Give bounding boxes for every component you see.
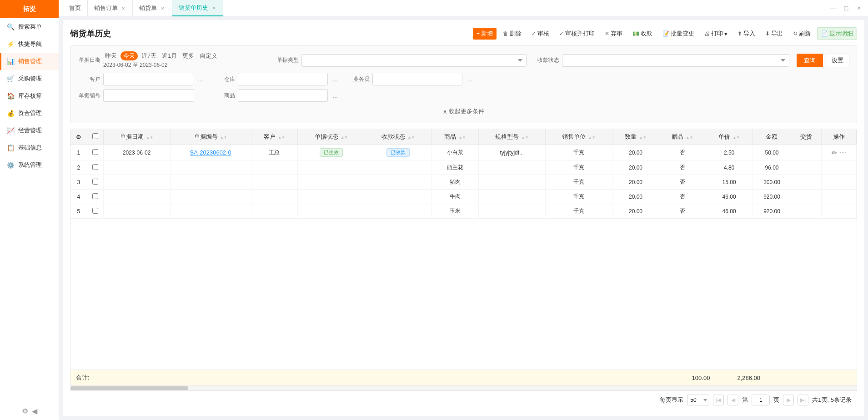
sidebar-item-inventory-calc[interactable]: 🏠 库存核算 — [0, 87, 59, 105]
audit-print-btn[interactable]: ✓ 审核并打印 — [556, 28, 598, 40]
col-spec-type[interactable]: 规格型号 ▲▼ — [478, 129, 545, 145]
row-select-checkbox[interactable] — [92, 149, 98, 155]
col-unit-price[interactable]: 单价 ▲▼ — [706, 129, 753, 145]
export-label: 导出 — [771, 30, 783, 38]
sidebar-item-purchase-mgmt[interactable]: 🛒 采购管理 — [0, 70, 59, 87]
row-select-checkbox[interactable] — [92, 208, 98, 214]
row-select-checkbox[interactable] — [92, 179, 98, 185]
date-7days[interactable]: 近7天 — [140, 51, 158, 60]
col-collect-status[interactable]: 收款状态 ▲▼ — [365, 129, 431, 145]
delete-btn[interactable]: 🗑 删除 — [499, 28, 525, 40]
collect-btn[interactable]: 💵 收款 — [629, 28, 656, 40]
row-checkbox[interactable] — [87, 160, 103, 175]
refresh-btn[interactable]: ↻ 刷新 — [789, 28, 814, 40]
tab-sales-goods[interactable]: 销货单 × — [133, 0, 172, 16]
col-customer[interactable]: 客户 ▲▼ — [251, 129, 298, 145]
salesperson-input[interactable] — [372, 73, 462, 85]
sidebar-item-basic-info[interactable]: 📋 基础信息 — [0, 139, 59, 156]
sidebar-settings-btn[interactable]: ⚙ — [22, 407, 28, 415]
col-checkbox[interactable] — [87, 129, 103, 145]
col-doc-number[interactable]: 单据编号 ▲▼ — [170, 129, 251, 145]
sort-icon-goods: ▲▼ — [458, 136, 466, 140]
export-btn[interactable]: ⬇ 导出 — [762, 28, 787, 40]
close-btn[interactable]: × — [853, 3, 864, 14]
date-today[interactable]: 今天 — [120, 51, 138, 60]
date-more[interactable]: 更多 — [181, 51, 196, 60]
tab-sales-order-close[interactable]: × — [120, 5, 126, 11]
edit-icon[interactable]: ✏ — [832, 149, 837, 156]
abandon-label: 弃审 — [611, 30, 622, 38]
tab-home[interactable]: 首页 — [63, 0, 88, 16]
tab-sales-goods-close[interactable]: × — [160, 5, 165, 11]
doc-number-link[interactable]: SA-20230602-0 — [190, 149, 231, 156]
date-1month[interactable]: 近1月 — [160, 51, 179, 60]
col-doc-status[interactable]: 单据状态 ▲▼ — [298, 129, 365, 145]
set-btn[interactable]: 设置 — [826, 54, 849, 67]
scrollbar-area[interactable] — [70, 386, 857, 390]
date-yesterday[interactable]: 昨天 — [103, 51, 119, 60]
print-btn[interactable]: 🖨 打印 ▾ — [701, 28, 731, 40]
tab-sales-history-close[interactable]: × — [211, 5, 216, 11]
col-sales-unit[interactable]: 销售单位 ▲▼ — [545, 129, 612, 145]
tab-sales-history[interactable]: 销货单历史 × — [172, 0, 223, 16]
col-amount[interactable]: 金额 — [753, 129, 791, 145]
sidebar-item-sales-mgmt[interactable]: 📊 销售管理 — [0, 53, 59, 70]
query-btn[interactable]: 查询 — [797, 54, 823, 67]
row-checkbox[interactable] — [87, 190, 103, 204]
more-icon[interactable]: ⋯ — [840, 149, 846, 156]
row-checkbox[interactable] — [87, 175, 103, 190]
col-doc-date[interactable]: 单据日期 ▲▼ — [103, 129, 170, 145]
warehouse-ellipsis[interactable]: ... — [331, 75, 340, 83]
sidebar-item-search-menu[interactable]: 🔍 搜索菜单 — [0, 18, 59, 35]
minimize-btn[interactable]: — — [828, 3, 839, 14]
col-transaction[interactable]: 交货 — [791, 129, 822, 145]
sidebar-item-operation-mgmt[interactable]: 📈 经营管理 — [0, 122, 59, 139]
sidebar-collapse-btn[interactable]: ◀ — [32, 407, 37, 415]
sidebar-item-quick-nav[interactable]: ⚡ 快捷导航 — [0, 35, 59, 53]
page-number-input[interactable] — [752, 395, 770, 405]
customer-input[interactable] — [103, 73, 193, 85]
goods-input[interactable] — [238, 89, 328, 102]
cell-doc-number[interactable]: SA-20230602-0 — [170, 145, 251, 160]
col-gift[interactable]: 赠品 ▲▼ — [659, 129, 706, 145]
row-checkbox[interactable] — [87, 145, 103, 160]
col-settings[interactable]: ⚙ — [70, 129, 87, 145]
collapse-btn[interactable]: ∧ 收起更多条件 — [441, 105, 486, 117]
select-all-checkbox[interactable] — [92, 133, 98, 139]
tab-sales-order[interactable]: 销售订单 × — [88, 0, 133, 16]
sort-icon-gift: ▲▼ — [686, 136, 693, 140]
new-icon: + — [477, 30, 480, 37]
last-page-btn[interactable]: ▶| — [798, 395, 808, 405]
sidebar-item-finance-mgmt[interactable]: 💰 资金管理 — [0, 105, 59, 122]
col-goods[interactable]: 商品 ▲▼ — [431, 129, 478, 145]
date-custom[interactable]: 自定义 — [198, 51, 219, 60]
tab-home-label: 首页 — [69, 4, 81, 12]
show-detail-btn[interactable]: 📄 显示明细 — [817, 27, 857, 40]
maximize-btn[interactable]: □ — [841, 3, 852, 14]
collect-status-select[interactable] — [562, 54, 790, 67]
doc-number-input[interactable] — [103, 89, 194, 102]
scrollbar-thumb[interactable] — [70, 386, 188, 390]
sidebar-item-system-mgmt[interactable]: ⚙️ 系统管理 — [0, 156, 59, 174]
new-btn[interactable]: + 新增 — [473, 28, 497, 40]
batch-change-btn[interactable]: 📝 批量变更 — [659, 28, 698, 40]
doc-type-select[interactable] — [301, 54, 527, 67]
summary-row: 合计: 100.00 2,286.00 — [70, 370, 857, 386]
basic-info-icon: 📋 — [7, 144, 15, 151]
per-page-select[interactable]: 50 10 20 100 — [687, 395, 709, 405]
abandon-btn[interactable]: ✕ 弃审 — [601, 28, 626, 40]
row-select-checkbox[interactable] — [92, 164, 98, 170]
row-select-checkbox[interactable] — [92, 193, 98, 199]
warehouse-input[interactable] — [238, 73, 328, 85]
import-btn[interactable]: ⬆ 导入 — [734, 28, 759, 40]
customer-ellipsis[interactable]: ... — [196, 75, 205, 83]
prev-page-btn[interactable]: ◀ — [728, 395, 738, 405]
audit-btn[interactable]: ✓ 审核 — [528, 28, 553, 40]
row-checkbox[interactable] — [87, 204, 103, 219]
goods-ellipsis[interactable]: ... — [331, 92, 340, 99]
col-quantity[interactable]: 数量 ▲▼ — [612, 129, 659, 145]
first-page-btn[interactable]: |◀ — [713, 395, 724, 405]
salesperson-ellipsis[interactable]: ... — [465, 75, 474, 83]
filter-group-doc-type: 单据类型 — [276, 54, 529, 67]
next-page-btn[interactable]: ▶ — [783, 395, 794, 405]
